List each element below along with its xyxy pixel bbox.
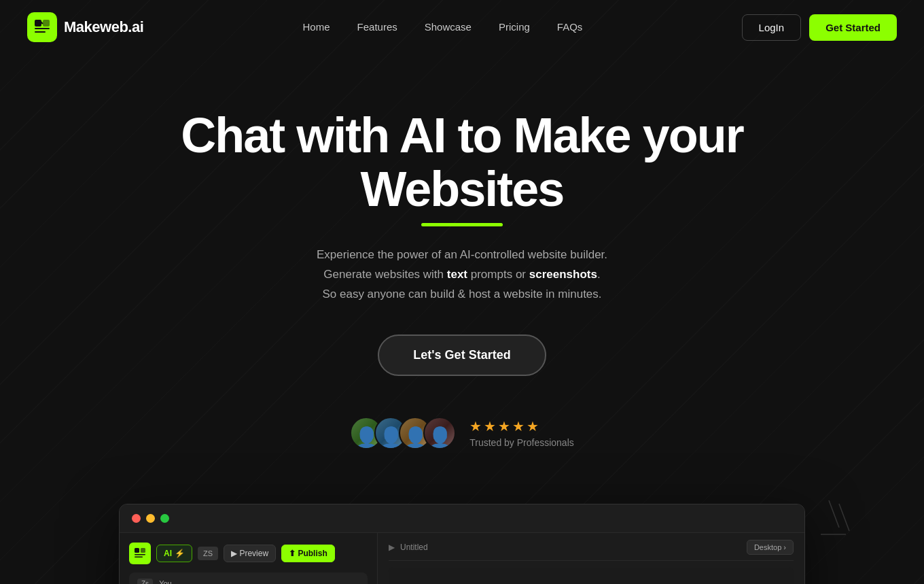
nav-actions: LogIn Get Started bbox=[742, 14, 897, 41]
nav-pricing[interactable]: Pricing bbox=[499, 21, 530, 33]
avatar bbox=[423, 417, 456, 449]
star-rating: ★ ★ ★ ★ ★ bbox=[469, 418, 574, 434]
login-button[interactable]: LogIn bbox=[742, 14, 802, 41]
trusted-text: Trusted by Professionals bbox=[469, 437, 574, 448]
title-underline bbox=[421, 223, 503, 226]
nav-features[interactable]: Features bbox=[357, 21, 397, 33]
chat-avatar-label: Zs You bbox=[137, 579, 359, 584]
svg-rect-8 bbox=[141, 548, 145, 553]
star-5: ★ bbox=[527, 418, 539, 434]
star-1: ★ bbox=[469, 418, 482, 434]
nav-links: Home Features Showcase Pricing FAQs bbox=[303, 21, 583, 33]
mockup-logo-btn bbox=[129, 543, 151, 564]
brand-name: Makeweb.ai bbox=[64, 18, 143, 36]
preview-desktop-btn[interactable]: Desktop › bbox=[747, 540, 794, 555]
mockup-publish-btn[interactable]: ⬆ Publish bbox=[281, 545, 335, 562]
preview-canvas bbox=[389, 568, 794, 584]
logo-icon bbox=[27, 12, 57, 42]
nav-faqs[interactable]: FAQs bbox=[557, 21, 583, 33]
mockup-preview-toolbar: ▶ Untitled Desktop › bbox=[389, 533, 794, 561]
deco-lines bbox=[802, 500, 856, 544]
svg-rect-1 bbox=[43, 20, 50, 27]
mockup-ai-btn[interactable]: AI ⚡ bbox=[156, 545, 192, 562]
mockup-titlebar bbox=[120, 504, 804, 533]
star-3: ★ bbox=[498, 418, 510, 434]
hero-title: Chat with AI to Make your Websites bbox=[156, 109, 768, 226]
mockup-sidebar: AI ⚡ ZS ▶ Preview ⬆ Publish Zs You re-wr… bbox=[120, 533, 378, 584]
svg-line-4 bbox=[829, 500, 839, 528]
window-maximize-dot bbox=[160, 514, 169, 523]
avatar-group bbox=[350, 417, 456, 449]
get-started-nav-button[interactable]: Get Started bbox=[809, 14, 897, 41]
svg-rect-7 bbox=[135, 548, 139, 553]
chat-message: Zs You re-write this headline bbox=[129, 572, 368, 584]
window-minimize-dot bbox=[146, 514, 155, 523]
social-proof: ★ ★ ★ ★ ★ Trusted by Professionals bbox=[350, 417, 574, 449]
mockup-zs-tag: ZS bbox=[198, 547, 218, 560]
preview-title-bar: ▶ Untitled bbox=[389, 543, 428, 552]
app-mockup: AI ⚡ ZS ▶ Preview ⬆ Publish Zs You re-wr… bbox=[119, 504, 805, 584]
svg-rect-3 bbox=[35, 31, 46, 33]
nav-showcase[interactable]: Showcase bbox=[425, 21, 472, 33]
nav-home[interactable]: Home bbox=[303, 21, 330, 33]
star-4: ★ bbox=[512, 418, 525, 434]
logo-link[interactable]: Makeweb.ai bbox=[27, 12, 143, 42]
chat-area: Zs You re-write this headline 👆 bbox=[129, 572, 368, 584]
svg-line-5 bbox=[839, 504, 849, 531]
svg-rect-10 bbox=[135, 557, 143, 558]
bold-screenshots: screenshots bbox=[529, 268, 597, 281]
mockup-content-area: AI ⚡ ZS ▶ Preview ⬆ Publish Zs You re-wr… bbox=[120, 533, 804, 584]
cta-button[interactable]: Let's Get Started bbox=[378, 334, 546, 376]
bold-text: text bbox=[447, 268, 467, 281]
navbar: Makeweb.ai Home Features Showcase Pricin… bbox=[0, 0, 924, 54]
mockup-preview-panel: ▶ Untitled Desktop › bbox=[378, 533, 804, 584]
svg-rect-9 bbox=[135, 554, 145, 555]
star-2: ★ bbox=[484, 418, 496, 434]
svg-rect-2 bbox=[35, 28, 50, 29]
mockup-toolbar: AI ⚡ ZS ▶ Preview ⬆ Publish bbox=[129, 543, 368, 564]
window-close-dot bbox=[132, 514, 141, 523]
rating-info: ★ ★ ★ ★ ★ Trusted by Professionals bbox=[469, 418, 574, 448]
mockup-preview-btn[interactable]: ▶ Preview bbox=[224, 545, 276, 562]
hero-section: Chat with AI to Make your Websites Exper… bbox=[0, 54, 924, 490]
hero-subtitle: Experience the power of an AI-controlled… bbox=[317, 245, 607, 305]
